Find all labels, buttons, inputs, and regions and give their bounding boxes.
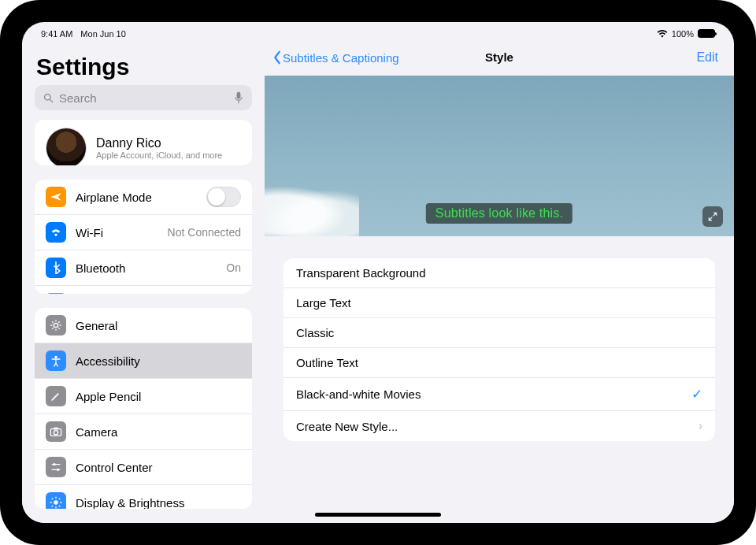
style-list: Transparent Background Large Text Classi… — [284, 258, 715, 441]
expand-preview-button[interactable] — [702, 206, 723, 227]
screen: 9:41 AM Mon Jun 10 100% Settings Search — [22, 22, 734, 523]
page-title: Settings — [22, 54, 265, 85]
svg-line-21 — [59, 506, 60, 506]
style-option-label: Large Text — [296, 296, 702, 310]
profile-card[interactable]: Danny Rico Apple Account, iCloud, and mo… — [35, 120, 252, 165]
search-placeholder: Search — [59, 91, 228, 105]
svg-rect-2 — [237, 92, 241, 99]
sidebar-item-battery[interactable]: Battery — [35, 285, 252, 294]
svg-point-7 — [54, 356, 57, 358]
sidebar-item-value: On — [226, 261, 241, 274]
svg-line-1 — [50, 99, 53, 102]
sidebar-item-camera[interactable]: Camera — [35, 413, 252, 449]
edit-label: Edit — [696, 50, 718, 64]
sidebar-group-general: General Accessibility Apple Pencil Camer… — [35, 308, 252, 509]
airplane-icon — [46, 187, 66, 207]
bluetooth-icon — [46, 258, 66, 278]
edit-button[interactable]: Edit — [696, 50, 718, 65]
subtitle-preview: Subtitles look like this. — [265, 76, 734, 236]
sidebar-item-label: Airplane Mode — [76, 191, 197, 204]
sidebar-item-accessibility[interactable]: Accessibility — [35, 343, 252, 378]
status-bar: 9:41 AM Mon Jun 10 100% — [22, 22, 734, 43]
sidebar-item-label: Control Center — [76, 461, 241, 474]
expand-icon — [707, 211, 718, 222]
sidebar-item-display-brightness[interactable]: Display & Brightness — [35, 484, 252, 509]
svg-line-28 — [709, 217, 712, 221]
dictate-icon[interactable] — [233, 91, 244, 104]
back-label: Subtitles & Captioning — [283, 51, 399, 65]
sidebar-item-label: Camera — [76, 425, 241, 439]
style-option-transparent-background[interactable]: Transparent Background — [284, 258, 715, 287]
style-option-label: Classic — [296, 326, 702, 339]
sidebar-item-label: Bluetooth — [76, 261, 217, 275]
cloud-decoration — [265, 181, 359, 236]
settings-sidebar: Settings Search Danny Rico Apple Account… — [22, 43, 265, 523]
accessibility-icon — [46, 350, 66, 371]
back-button[interactable]: Subtitles & Captioning — [272, 50, 399, 65]
sidebar-item-label: General — [76, 319, 241, 332]
camera-icon — [46, 421, 66, 442]
profile-subtitle: Apple Account, iCloud, and more — [96, 150, 222, 160]
statusbar-date: Mon Jun 10 — [80, 29, 125, 39]
subtitle-sample-text: Subtitles look like this. — [426, 203, 573, 224]
svg-point-12 — [53, 463, 55, 465]
style-option-label: Transparent Background — [296, 266, 702, 280]
svg-point-15 — [54, 501, 57, 505]
brightness-icon — [46, 492, 66, 509]
sidebar-item-value: Not Connected — [168, 226, 241, 239]
sliders-icon — [46, 457, 66, 477]
svg-rect-10 — [54, 428, 57, 430]
sidebar-item-wifi[interactable]: Wi-Fi Not Connected — [35, 214, 252, 250]
style-option-outline-text[interactable]: Outline Text — [284, 347, 715, 377]
detail-navbar: Subtitles & Captioning Style Edit — [265, 43, 734, 76]
search-icon — [43, 92, 54, 104]
sidebar-item-label: Apple Pencil — [76, 390, 241, 403]
create-new-style-button[interactable]: Create New Style... › — [284, 410, 715, 441]
svg-point-9 — [54, 431, 57, 435]
svg-point-6 — [54, 324, 57, 328]
svg-point-0 — [45, 94, 51, 100]
pencil-icon — [46, 386, 66, 406]
battery-menu-icon — [46, 293, 66, 294]
ipad-frame: 9:41 AM Mon Jun 10 100% Settings Search — [0, 0, 756, 545]
sidebar-item-bluetooth[interactable]: Bluetooth On — [35, 250, 252, 285]
checkmark-icon: ✓ — [691, 386, 702, 402]
sidebar-group-network: Airplane Mode Wi-Fi Not Connected Blueto… — [35, 180, 252, 294]
sidebar-item-label: Accessibility — [76, 354, 241, 368]
svg-line-23 — [52, 506, 53, 506]
wifi-icon — [657, 29, 668, 39]
style-option-classic[interactable]: Classic — [284, 317, 715, 347]
avatar — [46, 128, 87, 165]
detail-pane: Subtitles & Captioning Style Edit Subtit… — [265, 43, 734, 523]
style-option-black-and-white-movies[interactable]: Black-and-white Movies ✓ — [284, 377, 715, 410]
airplane-toggle[interactable] — [206, 187, 241, 207]
svg-point-14 — [57, 469, 59, 471]
wifi-icon — [46, 222, 66, 243]
sidebar-item-label: Wi-Fi — [76, 226, 158, 239]
style-option-label: Black-and-white Movies — [296, 387, 691, 401]
gear-icon — [46, 315, 66, 336]
statusbar-battery-pct: 100% — [672, 29, 694, 39]
sidebar-item-label: Display & Brightness — [76, 496, 241, 509]
home-indicator[interactable] — [315, 513, 441, 517]
sidebar-item-general[interactable]: General — [35, 308, 252, 343]
search-input[interactable]: Search — [35, 85, 252, 110]
profile-name: Danny Rico — [96, 136, 222, 150]
svg-line-20 — [52, 499, 53, 499]
chevron-left-icon — [272, 50, 282, 65]
sidebar-item-control-center[interactable]: Control Center — [35, 449, 252, 484]
svg-line-22 — [59, 499, 60, 499]
sidebar-item-apple-pencil[interactable]: Apple Pencil — [35, 378, 252, 413]
chevron-right-icon: › — [699, 419, 702, 433]
sidebar-item-airplane-mode[interactable]: Airplane Mode — [35, 180, 252, 214]
style-option-large-text[interactable]: Large Text — [284, 287, 715, 317]
style-option-label: Outline Text — [296, 356, 702, 369]
svg-line-29 — [713, 213, 717, 216]
battery-icon — [698, 29, 715, 38]
create-new-style-label: Create New Style... — [296, 420, 699, 433]
statusbar-time: 9:41 AM — [41, 29, 72, 39]
